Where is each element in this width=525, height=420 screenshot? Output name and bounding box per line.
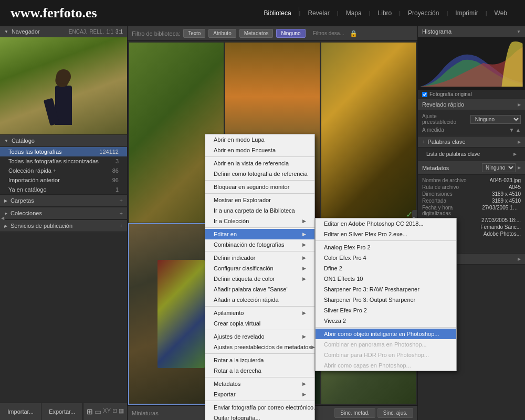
ctx-add-quick[interactable]: Añadir a colección rápida	[205, 295, 314, 305]
submenu-viveza[interactable]: Viveza 2	[316, 316, 456, 326]
keywords-header[interactable]: + Palabras clave ▶	[418, 136, 525, 148]
colecciones-add-button[interactable]: +	[120, 210, 123, 216]
submenu-on1-effects[interactable]: ON1 Effects 10	[316, 274, 456, 284]
carpetas-header[interactable]: ▶ Carpetas +	[0, 194, 127, 207]
filter-desa[interactable]: Filtros desa...	[313, 30, 344, 36]
nav-imprimir[interactable]: Imprimir	[448, 7, 485, 19]
people-view-icon[interactable]: ▦	[119, 407, 124, 416]
thumbnails-label: Miniaturas	[132, 410, 159, 416]
ctx-combine[interactable]: Combinación de fotografías▶	[205, 239, 314, 250]
ctx-metadata[interactable]: Metadatos▶	[205, 379, 314, 389]
catalog-header[interactable]: ▼ Catálogo	[0, 134, 127, 147]
nav-encaj[interactable]: ENCAJ.	[69, 29, 88, 35]
navigator-header[interactable]: ▼ Navegador ENCAJ. RELL. 1:1 3:1	[0, 26, 127, 37]
catalog-item-in-catalog[interactable]: Ya en catálogo 1	[0, 185, 127, 194]
ctx-set-indicator[interactable]: Definir indicador▶	[205, 253, 314, 263]
nav-biblioteca[interactable]: Biblioteca	[257, 7, 299, 19]
ctx-open-loupe[interactable]: Abrir en modo Lupa	[205, 134, 314, 145]
keyword-list-header[interactable]: Lista de palabras clave ▶	[422, 149, 521, 159]
ctx-go-folder[interactable]: Ir a una carpeta de la Biblioteca	[205, 205, 314, 216]
left-panel-arrow[interactable]: ◀	[0, 210, 5, 226]
ctx-set-color[interactable]: Definir etiqueta de color▶	[205, 274, 314, 284]
nav-proyeccion[interactable]: Proyección	[401, 7, 446, 19]
ctx-add-keyword[interactable]: Añadir palabra clave "Sanse"	[205, 284, 314, 295]
sync-ajus-button[interactable]: Sinc. ajus.	[377, 408, 413, 418]
grid-view-icon[interactable]: ⊞	[87, 407, 93, 416]
export-button[interactable]: Exportar...	[41, 403, 83, 420]
histogram-header[interactable]: Histograma ▼	[418, 26, 525, 37]
loupe-view-icon[interactable]: ▭	[94, 407, 101, 416]
ctx-set-rating[interactable]: Configurar clasificación▶	[205, 263, 314, 274]
foto-original-checkbox[interactable]	[422, 92, 427, 97]
submenu-color-efex[interactable]: Color Efex Pro 4	[316, 253, 456, 263]
submenu-sharpener-output[interactable]: Sharpener Pro 3: Output Sharpener	[316, 295, 456, 305]
ctx-develop-settings[interactable]: Ajustes de revelado▶	[205, 331, 314, 342]
a-medida-row: A medida ▼ ▲	[422, 126, 521, 134]
metadata-select[interactable]: Ninguno	[482, 163, 516, 172]
ctx-send-email[interactable]: Enviar fotografía por correo electrónico…	[205, 402, 314, 413]
submenu-sharpener-raw[interactable]: Sharpener Pro 3: RAW Presharpener	[316, 284, 456, 295]
keyword-list-title: Lista de palabras clave	[426, 151, 480, 157]
ctx-edit-in[interactable]: Editar en▶	[205, 229, 314, 239]
compare-view-icon[interactable]: XY	[103, 407, 111, 416]
submenu-photoshop-cc[interactable]: Editar en Adobe Photoshop CC 2018...	[316, 218, 456, 229]
ctx-show-explorer[interactable]: Mostrar en Explorador	[205, 195, 314, 205]
survey-view-icon[interactable]: ⊡	[112, 407, 117, 416]
catalog-item-prev-import[interactable]: Importación anterior 96	[0, 175, 127, 185]
nav-mapa[interactable]: Mapa	[339, 7, 369, 19]
ctx-sep-6	[205, 306, 314, 307]
ctx-metadata-presets[interactable]: Ajustes preestablecidos de metadatos▶	[205, 342, 314, 352]
ctx-stack[interactable]: Apilamiento▶	[205, 308, 314, 318]
import-button[interactable]: Importar...	[0, 403, 41, 420]
quick-dev-header[interactable]: Revelado rápido ▶	[418, 99, 525, 110]
submenu-silver-efex-exe[interactable]: Editar en Silver Efex Pro 2.exe...	[316, 229, 456, 239]
ctx-go-collection[interactable]: Ir a Colección▶	[205, 216, 314, 226]
submenu-smart-object[interactable]: Abrir como objeto inteligente en Photosh…	[316, 329, 456, 339]
navigator-title: Navegador	[12, 28, 40, 35]
meta-date-digitized: Fecha y hora digitalizadas 27/03/2005 18…	[422, 204, 521, 217]
filter-text-button[interactable]: Texto	[183, 29, 205, 38]
grid-cell-3[interactable]: ✓	[321, 43, 416, 223]
catalog-title: Catálogo	[12, 138, 35, 144]
catalog-item-quick[interactable]: Colección rápida + 86	[0, 166, 127, 175]
ctx-open-encuesta[interactable]: Abrir en modo Encuesta	[205, 145, 314, 155]
nav-web[interactable]: Web	[487, 7, 514, 19]
servicios-add-button[interactable]: +	[120, 223, 123, 229]
submenu-analog-efex[interactable]: Analog Efex Pro 2	[316, 242, 456, 253]
ctx-remove-photo[interactable]: Quitar fotografía...	[205, 413, 314, 420]
carpetas-triangle: ▶	[4, 198, 7, 203]
ctx-view-ref[interactable]: Abrir en la vista de referencia	[205, 158, 314, 169]
sync-metad-button[interactable]: Sinc. metad.	[334, 408, 375, 418]
ctx-lock-monitor[interactable]: Bloquear en segundo monitor	[205, 182, 314, 192]
ctx-rotate-right[interactable]: Rotar a la derecha	[205, 365, 314, 376]
meta-val: Fernando Sánc...	[480, 224, 521, 230]
filter-none-button[interactable]: Ninguno	[276, 29, 305, 38]
ctx-rotate-left[interactable]: Rotar a la izquierda	[205, 355, 314, 365]
nav-rell[interactable]: RELL.	[89, 29, 104, 35]
nav-revelar[interactable]: Revelar	[300, 7, 337, 19]
carpetas-add-button[interactable]: +	[120, 197, 123, 204]
filter-label: Filtro de biblioteca:	[132, 30, 180, 37]
meta-key: Recortada	[422, 198, 446, 204]
nav-libro[interactable]: Libro	[371, 7, 400, 19]
catalog-item-all[interactable]: Todas las fotografías 124112	[0, 147, 127, 156]
metadata-header[interactable]: Metadatos Ninguno ▶	[418, 161, 525, 175]
meta-key: Nombre de archivo	[422, 177, 466, 183]
submenu-dfine[interactable]: Dfine 2	[316, 263, 456, 274]
nav-3-1[interactable]: 3:1	[116, 29, 123, 35]
filter-metadata-button[interactable]: Metadatos	[239, 29, 274, 38]
a-medida-controls[interactable]: ▼ ▲	[509, 127, 521, 133]
preset-select[interactable]: Ninguno	[470, 115, 521, 124]
ctx-set-ref[interactable]: Definir como fotografía de referencia	[205, 169, 314, 179]
ctx-virtual-copy[interactable]: Crear copia virtual	[205, 318, 314, 329]
filter-attribute-button[interactable]: Atributo	[208, 29, 236, 38]
catalog-item-synced[interactable]: Todas las fotografías sincronizadas 3	[0, 156, 127, 166]
nav-1-1[interactable]: 1:1	[106, 29, 113, 35]
main-nav: Biblioteca | Revelar | Mapa | Libro | Pr…	[257, 7, 514, 19]
ctx-export[interactable]: Exportar▶	[205, 389, 314, 400]
servicios-header[interactable]: ▶ Servicios de publicación +	[0, 219, 127, 232]
colecciones-header[interactable]: ▶ Colecciones +	[0, 207, 127, 219]
filter-lock-icon[interactable]: 🔒	[350, 30, 358, 37]
catalog-item-count: 3	[116, 158, 119, 164]
submenu-silver-efex[interactable]: Silver Efex Pro 2	[316, 305, 456, 316]
